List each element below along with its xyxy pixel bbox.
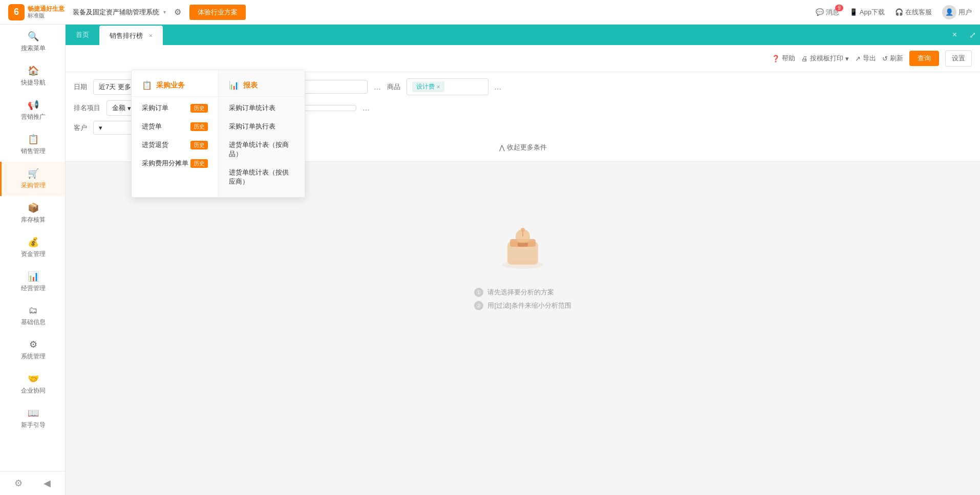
message-btn[interactable]: 💬 消息 9	[816, 8, 839, 17]
report-col-title: 报表	[243, 81, 258, 90]
trial-button[interactable]: 体验行业方案	[189, 5, 246, 20]
report-col-header: 📊 报表	[219, 76, 305, 97]
empty-step2-text: 用[过滤]条件来缩小分析范围	[487, 299, 571, 312]
return-label: 进货退货	[142, 140, 168, 149]
print-label: 按模板打印	[810, 54, 843, 63]
settings-button[interactable]: 设置	[945, 50, 972, 67]
tab-expand-btn[interactable]: ⤢	[965, 30, 980, 40]
help-label: 帮助	[782, 54, 795, 63]
tab-close-icon[interactable]: ×	[149, 32, 153, 39]
sidebar-item-finance[interactable]: 💰 资金管理	[0, 230, 65, 265]
menu-item-incoming-stats-supplier[interactable]: 进货单统计表（按供应商）	[219, 163, 305, 191]
menu-item-cost-allocation[interactable]: 采购费用分摊单 历史	[132, 154, 218, 173]
megaphone-icon: 📢	[28, 99, 39, 111]
export-icon: ↗	[855, 55, 861, 62]
step-num-1: ①	[474, 288, 483, 297]
goods-tag-remove[interactable]: ×	[437, 83, 440, 91]
refresh-btn[interactable]: ↺ 刷新	[882, 54, 903, 63]
incoming-stats-supplier-label: 进货单统计表（按供应商）	[229, 168, 295, 186]
rank-item-arrow: ▾	[127, 104, 131, 112]
content-toolbar: ❓ 帮助 🖨 按模板打印 ▾ ↗ 导出 ↺ 刷新	[66, 45, 980, 72]
sidebar-item-enterprise[interactable]: 🤝 企业协同	[0, 367, 65, 401]
order-stats-label: 采购订单统计表	[229, 103, 275, 113]
tab-close-all-btn[interactable]: ×	[944, 30, 965, 39]
tab-sales-ranking-label: 销售排行榜	[110, 31, 143, 40]
refresh-icon: ↺	[882, 55, 888, 62]
help-btn[interactable]: ❓ 帮助	[772, 54, 795, 63]
sidebar-item-basic-info[interactable]: 🗂 基础信息	[0, 299, 65, 333]
sidebar-settings-btn[interactable]: ⚙	[14, 478, 23, 489]
sidebar-item-quick-nav[interactable]: 🏠 快捷导航	[0, 59, 65, 93]
sidebar-item-guide[interactable]: 📖 新手引导	[0, 401, 65, 436]
sidebar-label-quick-nav: 快捷导航	[21, 78, 46, 87]
sidebar-item-search[interactable]: 🔍 搜索菜单	[0, 25, 65, 59]
collapse-btn-label: 收起更多条件	[507, 143, 547, 152]
app-download-btn[interactable]: 📱 App下载	[849, 8, 885, 17]
incoming-history[interactable]: 历史	[190, 122, 208, 131]
print-btn[interactable]: 🖨 按模板打印 ▾	[801, 54, 849, 63]
goods-dots[interactable]: ...	[495, 82, 501, 92]
sidebar-item-inventory[interactable]: 📦 库存核算	[0, 196, 65, 230]
user-btn[interactable]: 👤 用户	[942, 5, 972, 19]
sidebar-item-marketing[interactable]: 📢 营销推广	[0, 93, 65, 127]
enterprise-icon: 🤝	[28, 373, 39, 384]
system-dropdown-arrow[interactable]: ▾	[163, 9, 166, 15]
date-label: 日期	[74, 82, 87, 92]
menu-item-return[interactable]: 进货退货 历史	[132, 136, 218, 154]
dropdown-menu: 📋 采购业务 采购订单 历史 进货单 历史 进货退货	[131, 70, 305, 198]
app-download-label: App下载	[860, 8, 885, 17]
empty-step1-text: 请先选择要分析的方案	[487, 286, 554, 299]
svg-point-6	[521, 228, 525, 232]
customer-arrow: ▾	[99, 124, 102, 132]
report-menu-icon: 📊	[229, 80, 239, 90]
operations-icon: 📊	[28, 271, 39, 282]
sidebar-bottom: ⚙ ◀	[0, 471, 65, 495]
sidebar-label-system: 系统管理	[21, 352, 46, 361]
incoming-label: 进货单	[142, 122, 162, 131]
report-menu-col: 📊 报表 采购订单统计表 采购订单执行表 进货单统计表（按商品）	[218, 70, 305, 197]
sidebar-item-purchase[interactable]: 🛒 采购管理	[0, 162, 65, 196]
purchase-col-header: 📋 采购业务	[132, 76, 218, 97]
sidebar-label-enterprise: 企业协同	[21, 386, 46, 395]
menu-item-purchase-order[interactable]: 采购订单 历史	[132, 99, 218, 117]
headset-icon: 🎧	[895, 8, 903, 16]
voucher-status-dots[interactable]: ...	[374, 82, 380, 92]
return-history[interactable]: 历史	[190, 141, 208, 149]
sidebar-item-sales[interactable]: 📋 销售管理	[0, 127, 65, 162]
tab-home[interactable]: 首页	[66, 25, 99, 45]
menu-item-order-stats[interactable]: 采购订单统计表	[219, 99, 305, 117]
goods-input[interactable]: 设计费 ×	[407, 78, 488, 95]
refresh-label: 刷新	[890, 54, 903, 63]
message-icon: 💬	[816, 8, 824, 16]
menu-item-incoming[interactable]: 进货单 历史	[132, 117, 218, 136]
tab-sales-ranking[interactable]: 销售排行榜 ×	[99, 26, 163, 46]
print-icon: 🖨	[801, 55, 808, 62]
collapse-btn[interactable]: ⋀ 收起更多条件	[491, 140, 555, 155]
sidebar-collapse-btn[interactable]: ◀	[44, 478, 51, 489]
sidebar-label-search: 搜索菜单	[21, 44, 46, 53]
sidebar-label-inventory: 库存核算	[21, 216, 46, 224]
home-icon: 🏠	[28, 65, 39, 76]
sidebar-item-operations[interactable]: 📊 经营管理	[0, 265, 65, 299]
menu-item-incoming-stats-goods[interactable]: 进货单统计表（按商品）	[219, 136, 305, 163]
goods-tag[interactable]: 设计费 ×	[412, 81, 444, 92]
sidebar-label-guide: 新手引导	[21, 421, 46, 429]
top-bar-right: 💬 消息 9 📱 App下载 🎧 在线客服 👤 用户	[816, 5, 972, 19]
rank-item-label: 排名项目	[74, 103, 100, 113]
purchase-menu-col: 📋 采购业务 采购订单 历史 进货单 历史 进货退货	[132, 70, 218, 197]
cost-allocation-history[interactable]: 历史	[190, 159, 208, 168]
purchase-icon: 🛒	[28, 168, 39, 179]
query-button[interactable]: 查询	[909, 51, 939, 66]
brand-name: 畅捷通好生意	[28, 5, 65, 12]
purchase-order-history[interactable]: 历史	[190, 104, 208, 113]
user-avatar: 👤	[942, 5, 956, 19]
sidebar-item-system[interactable]: ⚙ 系统管理	[0, 333, 65, 367]
online-service-label: 在线客服	[905, 8, 932, 17]
online-service-btn[interactable]: 🎧 在线客服	[895, 8, 932, 17]
finance-icon: 💰	[28, 236, 39, 248]
export-btn[interactable]: ↗ 导出	[855, 54, 876, 63]
sales-icon: 📋	[28, 134, 39, 145]
salesperson-dots[interactable]: ...	[363, 103, 369, 113]
top-settings-icon[interactable]: ⚙	[174, 7, 181, 17]
menu-item-order-exec[interactable]: 采购订单执行表	[219, 117, 305, 136]
